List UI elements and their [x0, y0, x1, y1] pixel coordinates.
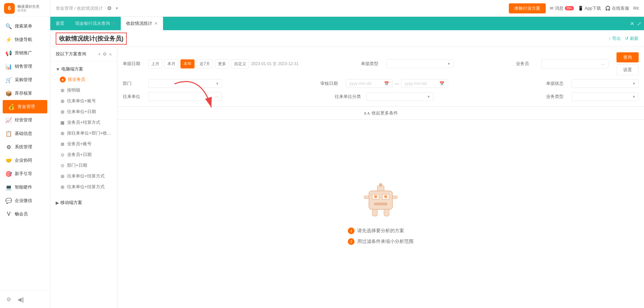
online-service-button[interactable]: 🎧 在线客服 [605, 5, 629, 11]
detail-icon: ⊞ [60, 88, 65, 93]
review-date-end-input[interactable]: yyyy-mm-dd 📅 [401, 79, 448, 88]
headset-icon: 🎧 [605, 6, 610, 11]
date-btn-custom[interactable]: 自定义 [231, 59, 249, 68]
calendar-start-icon[interactable]: 📅 [384, 81, 389, 86]
sidebar-item-inventory[interactable]: 📦 库存核算 [0, 87, 50, 100]
tree-item-unit-account[interactable]: ⊞ 往来单位+账号 [50, 96, 117, 106]
sidebar-item-wechat[interactable]: 💬 企业微信 [0, 194, 50, 207]
date-btn-7days[interactable]: 近7天 [197, 59, 213, 68]
sidebar-item-search-menu[interactable]: 🔍 搜索菜单 [0, 19, 50, 33]
svg-rect-8 [364, 196, 369, 199]
sidebar-item-business[interactable]: 📈 经营管理 [0, 113, 50, 127]
dept-select[interactable]: ▾ [148, 79, 222, 88]
tree-item-unit-settlement1[interactable]: ⊞ 往来单位+结算方式 [50, 171, 117, 182]
topbar-dropdown-icon[interactable]: ▾ [116, 6, 118, 11]
tree-item-unit-dept-collection[interactable]: ⊞ 按往来单位+部门+收... [50, 128, 117, 139]
salesperson-input[interactable]: ··· [541, 59, 608, 68]
content-area: 按以下方案查询 + ⚙ « ▼ 电脑端方案 ● 按业务员 ⊞ [50, 47, 644, 308]
sidebar-bottom: ⚙ ◀‖ [0, 290, 50, 308]
main-content: 资金管理 / 收款情况统计 ⚙ ▾ 体验行业方案 ✉ 消息 99+ 📱 App下… [50, 0, 644, 308]
tree-item-dept-date[interactable]: ⊙ 部门+日期 [50, 160, 117, 171]
panel-title: 按以下方案查询 [56, 51, 98, 57]
sales-icon: 📊 [5, 63, 12, 70]
tree-item-salesperson-settlement[interactable]: ▦ 业务员+结算方式 [50, 117, 117, 128]
tab-collection-stats[interactable]: 收款情况统计 ✕ [121, 17, 163, 30]
empty-step-1: 1 请先选择要分析的方案 [348, 227, 414, 234]
sidebar-item-member[interactable]: V 畅会员 [0, 207, 50, 221]
query-button[interactable]: 查询 [616, 52, 639, 62]
tree-arrow-mobile: ▶ [56, 200, 59, 205]
sidebar-item-finance[interactable]: 💰 资金管理 [3, 100, 47, 113]
doc-type-select[interactable]: ▾ [386, 59, 453, 68]
tab-close-bank-flow[interactable]: ✕ [112, 21, 115, 26]
sidebar-item-marketing[interactable]: 📢 营销推广 [0, 46, 50, 60]
settings-button[interactable]: 设置 [616, 64, 639, 75]
date-btn-this-year[interactable]: 本年 [180, 59, 195, 68]
purchase-icon: 🛒 [5, 76, 12, 83]
sidebar-item-hardware[interactable]: 💻 智能硬件 [0, 181, 50, 194]
trial-button[interactable]: 体验行业方案 [509, 3, 546, 13]
sidebar-item-guide[interactable]: 🎯 新手引导 [0, 167, 50, 181]
export-button[interactable]: ↑ 导出 [609, 36, 621, 42]
calendar-end-icon[interactable]: 📅 [439, 81, 444, 86]
window-maximize-button[interactable]: ⤢ [637, 20, 641, 27]
filter-row-2: 部门 ▾ 审核日期 yyyy-mm-dd 📅 — yy [123, 79, 639, 88]
tree-item-salesperson-account[interactable]: ⊠ 业务员+账号 [50, 139, 117, 149]
unit-settlement1-icon: ⊞ [60, 173, 65, 179]
collapse-button[interactable]: ∧∧ 收起更多条件 [364, 110, 398, 116]
sidebar-settings-button[interactable]: ⚙ [4, 295, 13, 304]
sidebar-item-basic[interactable]: 📋 基础信息 [0, 127, 50, 140]
panel-settings-button[interactable]: ⚙ [103, 51, 107, 57]
tabbar: 首页 现金银行流水查询 ✕ 收款情况统计 ✕ ✕ ⤢ [50, 17, 644, 30]
window-close-button[interactable]: ✕ [630, 20, 634, 27]
doc-status-label: 单据状态 [546, 81, 566, 87]
tree-parent-mobile[interactable]: ▶ 移动端方案 [50, 198, 117, 208]
sidebar-item-enterprise[interactable]: 🤝 企业协同 [0, 154, 50, 167]
tree-parent-desktop[interactable]: ▼ 电脑端方案 [50, 64, 117, 74]
empty-step-2: 2 用过滤条件来缩小分析范围 [348, 238, 414, 245]
tab-bank-flow[interactable]: 现金银行流水查询 ✕ [70, 17, 121, 30]
sidebar-item-purchase[interactable]: 🛒 采购管理 [0, 73, 50, 87]
dept-label: 部门 [123, 81, 143, 87]
salesperson-dots-icon[interactable]: ··· [601, 61, 605, 66]
tree-item-unit-settlement2[interactable]: ⊞ 往来单位+结算方式 [50, 182, 117, 192]
tab-home[interactable]: 首页 [50, 17, 70, 30]
date-btn-this-month[interactable]: 本月 [164, 59, 178, 68]
date-range-display: 2023-01-01 至 2023-12-31 [251, 61, 299, 67]
counter-party-cat-arrow-icon: ▾ [428, 94, 430, 99]
topbar-settings-icon[interactable]: ⚙ [107, 5, 112, 11]
message-button[interactable]: ✉ 消息 99+ [550, 5, 574, 11]
sidebar-item-sales[interactable]: 📊 销售管理 [0, 60, 50, 73]
tree-item-by-salesperson[interactable]: ● 按业务员 [50, 74, 117, 85]
review-date-start-input[interactable]: yyyy-mm-dd 📅 [346, 79, 393, 88]
tab-close-collection-stats[interactable]: ✕ [154, 21, 158, 26]
date-btn-more[interactable]: 更多 [215, 59, 229, 68]
tree-item-by-detail[interactable]: ⊞ 按明细 [50, 85, 117, 96]
guide-icon: 🎯 [5, 170, 12, 177]
panel-add-button[interactable]: + [98, 51, 101, 57]
tree-item-salesperson-date[interactable]: ⊙ 业务员+日期 [50, 149, 117, 160]
refresh-button[interactable]: ↺ 刷新 [625, 36, 639, 42]
sidebar-item-system[interactable]: ⚙ 系统管理 [0, 140, 50, 154]
sidebar-collapse-button[interactable]: ◀‖ [16, 295, 25, 304]
counter-party-input[interactable]: ··· [148, 92, 222, 101]
doc-status-select[interactable]: ▾ [572, 79, 639, 88]
panel-collapse-button[interactable]: « [109, 51, 112, 57]
filter-row-3: 往来单位 ··· 往来单位分类 ▾ 业务类型 ▾ [123, 92, 639, 101]
biz-type-select[interactable]: ▾ [572, 92, 639, 101]
user-menu[interactable]: Rit [633, 6, 639, 11]
business-icon: 📈 [5, 117, 12, 123]
app-download-button[interactable]: 📱 App下载 [578, 5, 601, 11]
sidebar-item-quick-nav[interactable]: ⚡ 快捷导航 [0, 33, 50, 46]
review-date-label: 审核日期 [320, 81, 340, 87]
salesperson-date-icon: ⊙ [60, 152, 65, 157]
counter-party-dots-icon[interactable]: ··· [215, 94, 218, 99]
svg-rect-11 [384, 209, 389, 216]
panel-header: 按以下方案查询 + ⚙ « [50, 47, 117, 61]
member-icon: V [5, 211, 12, 217]
empty-state: 1 请先选择要分析的方案 2 用过滤条件来缩小分析范围 [117, 120, 644, 308]
tree-item-unit-date[interactable]: ⊞ 往来单位+日期 [50, 106, 117, 117]
counter-party-cat-select[interactable]: ▾ [366, 92, 433, 101]
doc-type-arrow-icon: ▾ [448, 61, 450, 66]
date-btn-last-month[interactable]: 上月 [148, 59, 162, 68]
